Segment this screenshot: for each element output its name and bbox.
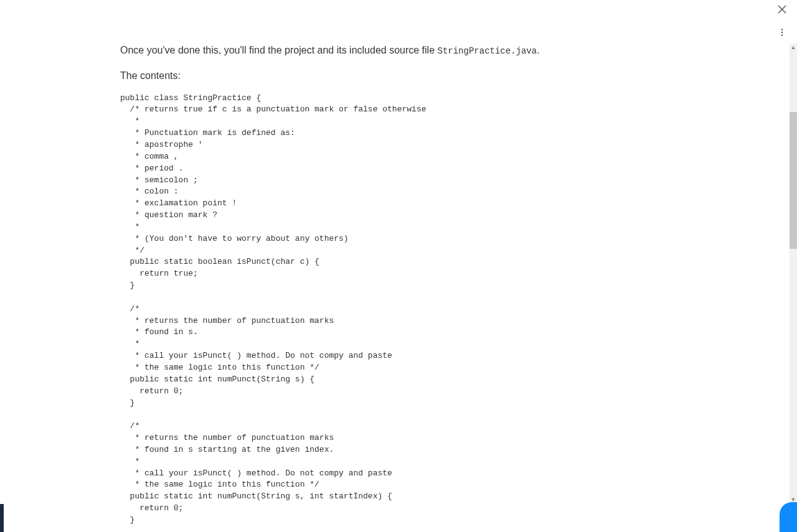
- scroll-up-arrow-icon[interactable]: ▲: [790, 44, 797, 51]
- dots-vertical-icon: [778, 28, 786, 37]
- topbar: [0, 0, 797, 19]
- left-side-strip: [0, 504, 4, 532]
- more-options-button[interactable]: [775, 25, 790, 40]
- scrollbar-thumb[interactable]: [790, 112, 797, 249]
- code-block: public class StringPractice { /* returns…: [120, 93, 668, 532]
- svg-point-4: [781, 34, 783, 36]
- intro-paragraph: Once you've done this, you'll find the p…: [120, 44, 668, 58]
- help-bubble[interactable]: [780, 502, 797, 532]
- close-button[interactable]: [772, 0, 792, 19]
- content: Once you've done this, you'll find the p…: [108, 44, 681, 532]
- contents-label: The contents:: [120, 70, 668, 82]
- close-icon: [777, 4, 787, 14]
- intro-suffix: .: [537, 45, 539, 55]
- content-scroll-area[interactable]: Once you've done this, you'll find the p…: [0, 44, 788, 532]
- intro-filename: StringPractice.java: [438, 46, 537, 56]
- svg-point-2: [781, 29, 783, 30]
- intro-prefix: Once you've done this, you'll find the p…: [120, 45, 438, 55]
- svg-point-3: [781, 32, 783, 34]
